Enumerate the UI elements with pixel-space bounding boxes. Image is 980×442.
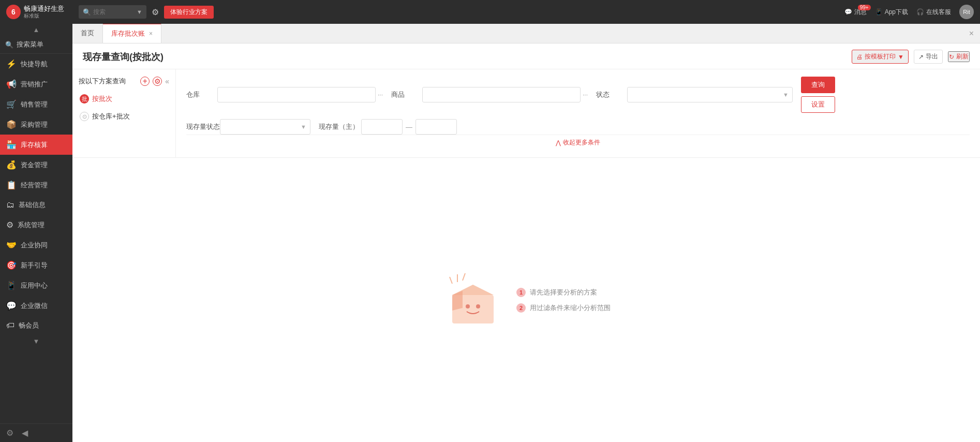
user-avatar[interactable]: Rit — [959, 5, 974, 19]
scheme-item-by-warehouse-batch[interactable]: ⊙ 按仓库+批次 — [72, 108, 175, 125]
status-select[interactable]: 正常 停用 — [627, 87, 793, 102]
qty-status-select[interactable]: 有库存 无库存 全部 — [220, 119, 310, 135]
scheme-collapse-btn[interactable]: « — [165, 77, 169, 85]
message-badge: 99+ — [858, 5, 871, 10]
sidebar-search[interactable]: 🔍 搜索菜单 — [0, 36, 72, 54]
gear-button[interactable]: ⚙ — [151, 6, 160, 18]
sidebar-scroll-down[interactable]: ▼ — [0, 335, 72, 347]
hint-text-1: 请先选择要分析的方案 — [530, 288, 597, 297]
status-select-wrapper: 正常 停用 ▼ — [627, 87, 793, 102]
qty-range-inputs: — — [361, 119, 457, 135]
sidebar-collapse-icon[interactable]: ◀ — [22, 428, 28, 438]
sidebar-item-app-center[interactable]: 📱 应用中心 — [0, 275, 72, 296]
sidebar-item-label: 系统管理 — [18, 220, 44, 230]
print-chevron-icon: ▼ — [898, 53, 904, 61]
enterprise-icon: 🤝 — [6, 240, 17, 250]
phone-icon: 📱 — [875, 8, 883, 16]
sidebar-item-label: 库存核算 — [21, 140, 48, 150]
tab-bar: 首页 库存批次账 × × — [72, 24, 980, 43]
scheme-add-btn[interactable]: + — [140, 77, 150, 86]
status-filter: 状态 正常 停用 ▼ — [596, 87, 793, 102]
app-logo-icon: 6 — [6, 5, 21, 19]
export-btn[interactable]: ↗ 导出 — [914, 50, 943, 64]
newbie-icon: 🎯 — [6, 260, 17, 270]
sidebar-item-corp-wechat[interactable]: 💬 企业微信 — [0, 296, 72, 316]
sidebar-item-operations[interactable]: 📋 经营管理 — [0, 175, 72, 195]
sidebar-item-label: 快捷导航 — [21, 60, 48, 69]
qty-dash: — — [406, 123, 412, 131]
search-label: 搜索菜单 — [17, 40, 43, 49]
sidebar-item-marketing[interactable]: 📢 营销推广 — [0, 74, 72, 94]
nav-search-input[interactable] — [93, 8, 135, 16]
headset-icon: 🎧 — [916, 8, 924, 16]
hint-text-2: 用过滤条件来缩小分析范围 — [530, 303, 611, 313]
marketing-icon: 📢 — [6, 79, 17, 89]
product-input[interactable] — [422, 87, 581, 102]
refresh-btn[interactable]: ↻ 刷新 — [948, 51, 970, 62]
online-service-action[interactable]: 🎧 在线客服 — [916, 8, 951, 17]
page-close-btn[interactable]: × — [963, 24, 980, 43]
trial-btn[interactable]: 体验行业方案 — [164, 6, 214, 19]
nav-search-box[interactable]: 🔍 ▼ — [79, 5, 146, 19]
sidebar-item-newbie[interactable]: 🎯 新手引导 — [0, 255, 72, 275]
svg-point-4 — [476, 304, 480, 308]
refresh-icon: ↻ — [949, 53, 954, 61]
svg-marker-2 — [452, 291, 463, 311]
warehouse-more-icon[interactable]: ··· — [378, 91, 383, 98]
nav-chevron-icon[interactable]: ▼ — [137, 9, 142, 15]
app-download-action[interactable]: 📱 App下载 — [875, 8, 908, 17]
tab-home[interactable]: 首页 — [72, 24, 103, 43]
hint-num-1: 1 — [516, 288, 526, 297]
svg-line-7 — [450, 277, 452, 284]
page-actions: 🖨 按模板打印 ▼ ↗ 导出 ↻ 刷新 — [852, 50, 970, 64]
message-action[interactable]: 💬 消息 99+ — [844, 8, 867, 17]
edition-label: 标准版 — [24, 13, 64, 19]
collapse-more-btn[interactable]: ⋀ 收起更多条件 — [186, 135, 970, 150]
corp-wechat-icon: 💬 — [6, 301, 17, 311]
tab-close-btn[interactable]: × — [149, 30, 153, 37]
scheme-by-warehouse-batch-label: 按仓库+批次 — [92, 112, 130, 121]
svg-line-6 — [463, 273, 465, 281]
setting-btn[interactable]: 设置 — [801, 96, 835, 113]
sidebar-item-system[interactable]: ⚙ 系统管理 — [0, 215, 72, 235]
page-title: 现存量查询(按批次) — [83, 51, 164, 63]
scheme-by-batch-label: 按批次 — [92, 94, 112, 104]
tab-batch-inventory[interactable]: 库存批次账 × — [103, 24, 161, 43]
sidebar-item-basics[interactable]: 🗂 基础信息 — [0, 195, 72, 215]
scheme-setting-btn[interactable]: ⚙ — [153, 77, 162, 86]
sidebar-item-shortcuts[interactable]: ⚡ 快捷导航 — [0, 54, 72, 74]
sidebar-item-purchase[interactable]: 📦 采购管理 — [0, 114, 72, 135]
query-btn[interactable]: 查询 — [801, 77, 835, 93]
membership-icon: 🏷 — [6, 321, 14, 330]
filter-right-panel: 仓库 ··· 商品 ··· 状态 — [176, 69, 980, 157]
empty-hint-1: 1 请先选择要分析的方案 — [516, 288, 611, 297]
empty-hint-2: 2 用过滤条件来缩小分析范围 — [516, 303, 611, 313]
sidebar-item-finance[interactable]: 💰 资金管理 — [0, 155, 72, 175]
sidebar-item-label: 企业协同 — [21, 241, 48, 250]
scheme-item-by-batch[interactable]: 批 按批次 — [72, 90, 175, 108]
warehouse-input[interactable] — [217, 87, 376, 102]
company-name: 畅康通好生意 — [24, 5, 64, 13]
filter-actions: 查询 设置 — [801, 77, 835, 113]
sidebar-item-sales[interactable]: 🛒 销售管理 — [0, 94, 72, 114]
qty-label: 现存量（主） — [319, 122, 359, 131]
sidebar-item-enterprise[interactable]: 🤝 企业协同 — [0, 235, 72, 255]
status-label: 状态 — [596, 90, 627, 99]
scheme-header-label: 按以下方案查询 — [79, 77, 126, 86]
qty-max-input[interactable] — [415, 119, 457, 135]
sidebar-item-label: 企业微信 — [21, 301, 48, 311]
message-icon: 💬 — [844, 8, 852, 16]
sidebar-item-inventory[interactable]: 🏪 库存核算 — [0, 135, 72, 155]
sidebar-scroll-up[interactable]: ▲ — [0, 24, 72, 36]
qty-min-input[interactable] — [361, 119, 403, 135]
printer-icon: 🖨 — [856, 53, 863, 61]
sidebar-item-membership[interactable]: 🏷 畅会员 — [0, 316, 72, 335]
sidebar-item-label: 应用中心 — [21, 281, 48, 290]
basics-icon: 🗂 — [6, 200, 14, 210]
sidebar-item-label: 基础信息 — [19, 200, 46, 210]
product-more-icon[interactable]: ··· — [583, 91, 588, 98]
print-btn[interactable]: 🖨 按模板打印 ▼ — [852, 50, 909, 64]
filter-area: 按以下方案查询 + ⚙ « 批 按批次 ⊙ 按仓库+批次 — [72, 69, 980, 158]
content-area: 首页 库存批次账 × × 现存量查询(按批次) 🖨 按模板打印 ▼ — [72, 24, 980, 442]
sidebar-gear-icon[interactable]: ⚙ — [6, 428, 13, 438]
